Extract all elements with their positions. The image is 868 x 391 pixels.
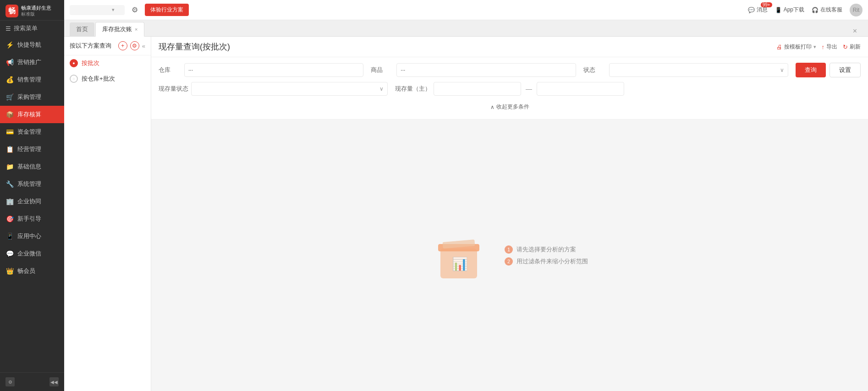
stock-amount-min-input[interactable] — [434, 82, 521, 96]
app-title-block: 畅康通好生意 标准版 — [21, 5, 51, 17]
print-label: 按模板打印 — [784, 43, 812, 51]
status-chevron-icon: ∨ — [780, 67, 784, 73]
sidebar: 畅 畅康通好生意 标准版 ☰ 搜索菜单 ⚡ 快捷导航 📢 营销推广 💰 销售管理… — [0, 0, 64, 391]
product-filter: 商品 ··· — [371, 63, 576, 77]
topbar: ▾ ⚙ 体验行业方案 💬 消息 99+ 📱 App下载 🎧 在线客服 — [64, 0, 868, 20]
scheme-settings-btn[interactable]: ⚙ — [130, 41, 139, 50]
user-avatar-btn[interactable]: Rit — [850, 4, 863, 16]
add-icon: + — [121, 43, 124, 49]
scheme-item-by-warehouse-batch[interactable]: ○ 按仓库+批次 — [64, 71, 151, 87]
collapse-icon: « — [142, 43, 145, 49]
online-service-btn[interactable]: 🎧 在线客服 — [812, 6, 842, 14]
sidebar-item-newbie[interactable]: 🎯 新手引导 — [0, 210, 64, 228]
status-select[interactable]: ∨ — [609, 63, 788, 77]
sidebar-item-apps[interactable]: 📱 应用中心 — [0, 228, 64, 245]
sidebar-item-label: 畅会员 — [17, 267, 35, 275]
avatar: Rit — [850, 4, 863, 16]
empty-hint-1: 1 请先选择要分析的方案 — [505, 245, 588, 254]
stock-amount-max-input[interactable] — [537, 82, 624, 96]
finance-icon: 💳 — [5, 128, 14, 136]
page-title: 现存量查询(按批次) — [159, 41, 230, 52]
print-btn[interactable]: 🖨 按模板打印 ▾ — [776, 43, 816, 51]
topbar-gear-btn[interactable]: ⚙ — [128, 4, 141, 16]
print-chevron-icon: ▾ — [813, 44, 816, 50]
settings-btn[interactable]: 设置 — [830, 63, 861, 77]
content-area: 按以下方案查询 + ⚙ « ● 按批次 ○ — [64, 37, 868, 391]
sidebar-search-menu[interactable]: ☰ 搜索菜单 — [0, 21, 64, 36]
sidebar-item-label: 采购管理 — [17, 93, 41, 101]
product-input[interactable]: ··· — [396, 63, 576, 77]
add-scheme-btn[interactable]: + — [118, 41, 127, 50]
scheme-query-label: 按以下方案查询 — [70, 42, 111, 50]
sidebar-item-wechat[interactable]: 💬 企业微信 — [0, 245, 64, 262]
hint-text-2: 用过滤条件来缩小分析范围 — [516, 257, 588, 266]
warehouse-input[interactable]: ··· — [184, 63, 363, 77]
query-actions: 查询 设置 — [796, 63, 861, 77]
export-btn[interactable]: ↑ 导出 — [822, 43, 838, 51]
sidebar-item-basics[interactable]: 📁 基础信息 — [0, 158, 64, 175]
apps-icon: 📱 — [5, 232, 14, 240]
sidebar-item-inventory[interactable]: 📦 库存核算 — [0, 106, 64, 123]
system-icon: 🔧 — [5, 180, 14, 188]
empty-svg: 📊 — [431, 233, 486, 283]
by-batch-label: 按批次 — [82, 59, 99, 67]
scheme-item-by-batch[interactable]: ● 按批次 — [64, 55, 151, 71]
app-download-btn[interactable]: 📱 App下载 — [775, 6, 804, 14]
topbar-search-input[interactable] — [73, 7, 110, 13]
status-label: 状态 — [583, 66, 606, 74]
sidebar-item-operations[interactable]: 📋 经营管理 — [0, 141, 64, 158]
sidebar-item-finance[interactable]: 💳 资金管理 — [0, 123, 64, 141]
stock-status-chevron-icon: ∨ — [379, 86, 384, 92]
tab-home-label: 首页 — [76, 25, 88, 33]
app-title: 畅康通好生意 — [21, 5, 51, 11]
tab-close-icon[interactable]: × — [135, 27, 137, 32]
sidebar-item-enterprise[interactable]: 🏢 企业协同 — [0, 193, 64, 210]
stock-amount-label: 现存量（主） — [395, 85, 431, 93]
sidebar-item-label: 企业协同 — [17, 197, 41, 206]
by-warehouse-icon: ○ — [70, 75, 78, 83]
tabbar-wrapper: 首页 库存批次账 × × — [70, 22, 863, 36]
collapse-more-btn[interactable]: ∧ 收起更多条件 — [159, 100, 861, 114]
sidebar-item-label: 营销推广 — [17, 58, 41, 66]
filter-row-1: 仓库 ··· 商品 ··· 状态 — [159, 63, 861, 77]
topbar-left: ▾ ⚙ 体验行业方案 — [70, 4, 744, 16]
wechat-icon: 💬 — [5, 250, 14, 258]
sidebar-item-purchase[interactable]: 🛒 采购管理 — [0, 88, 64, 106]
messages-badge: 99+ — [761, 2, 772, 7]
query-btn[interactable]: 查询 — [796, 63, 826, 77]
tab-inventory-batch[interactable]: 库存批次账 × — [95, 22, 144, 37]
settings-footer-btn[interactable]: ⚙ — [5, 377, 15, 386]
experience-btn[interactable]: 体验行业方案 — [145, 4, 189, 16]
sidebar-item-label: 应用中心 — [17, 232, 41, 240]
stock-status-select[interactable]: ∨ — [191, 82, 388, 96]
topbar-search-box[interactable]: ▾ — [70, 5, 125, 15]
sidebar-item-system[interactable]: 🔧 系统管理 — [0, 175, 64, 193]
sidebar-item-sales[interactable]: 💰 销售管理 — [0, 71, 64, 88]
sidebar-menu: ⚡ 快捷导航 📢 营销推广 💰 销售管理 🛒 采购管理 📦 库存核算 💳 资金管… — [0, 36, 64, 372]
phone-icon: 📱 — [775, 7, 782, 13]
collapse-sidebar-btn[interactable]: ◀◀ — [49, 377, 59, 386]
tab-home[interactable]: 首页 — [70, 22, 94, 36]
warehouse-filter: 仓库 ··· — [159, 63, 363, 77]
product-dots: ··· — [401, 67, 405, 73]
product-label: 商品 — [371, 66, 394, 74]
sidebar-item-marketing[interactable]: 📢 营销推广 — [0, 54, 64, 71]
stock-amount-filter: 现存量（主） — — [395, 82, 624, 96]
messages-btn[interactable]: 💬 消息 99+ — [748, 6, 768, 14]
online-service-label: 在线客服 — [820, 6, 842, 14]
collapse-panel-btn[interactable]: « — [142, 43, 145, 49]
collapse-label: 收起更多条件 — [496, 103, 529, 111]
sidebar-item-member[interactable]: 👑 畅会员 — [0, 262, 64, 280]
sidebar-item-label: 快捷导航 — [17, 41, 41, 49]
tab-area-close-btn[interactable]: × — [853, 27, 857, 35]
left-panel-header: 按以下方案查询 + ⚙ « — [64, 37, 151, 55]
by-batch-icon: ● — [70, 59, 78, 67]
refresh-btn[interactable]: ↻ 刷新 — [843, 43, 861, 51]
empty-illustration: 📊 — [431, 233, 486, 278]
empty-hints: 1 请先选择要分析的方案 2 用过滤条件来缩小分析范围 — [505, 245, 588, 266]
sidebar-header: 畅 畅康通好生意 标准版 — [0, 0, 64, 21]
sidebar-item-label: 企业微信 — [17, 250, 41, 258]
empty-hint-2: 2 用过滤条件来缩小分析范围 — [505, 257, 588, 266]
sidebar-item-quick-nav[interactable]: ⚡ 快捷导航 — [0, 36, 64, 54]
menu-icon: ☰ — [5, 25, 11, 32]
